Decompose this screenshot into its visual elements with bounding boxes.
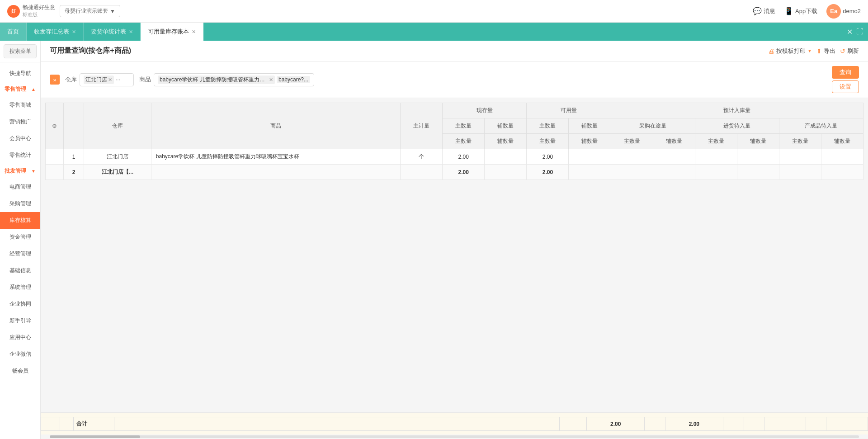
sidebar-item-enterprise[interactable]: 企业协同	[0, 296, 40, 312]
fullscreen-icon[interactable]: ⛶	[856, 28, 863, 36]
row1-pur-main	[611, 149, 653, 165]
message-action[interactable]: 💬 消息	[753, 7, 775, 15]
tab-orders[interactable]: 要货单统计表 ✕	[84, 23, 141, 41]
sidebar-item-new-guide[interactable]: 新手引导	[0, 312, 40, 329]
page-actions: 🖨 按模板打印 ▼ ⬆ 导出 ↺ 刷新	[768, 47, 859, 55]
message-icon: 💬	[753, 7, 762, 15]
search-menu-btn[interactable]: 搜索菜单	[4, 44, 37, 58]
filter-bar: » 仓库 江北门店 ✕ ··· 商品 babycare学饮杯 儿童防摔防撞吸管杯…	[41, 61, 868, 98]
tab-home[interactable]: 首页	[0, 23, 27, 41]
th-settings: ⚙	[46, 103, 64, 149]
product-input[interactable]: babycare学饮杯 儿童防摔防撞吸管杯重力球吸嘴杯宝宝水杯 ✕ babyca…	[154, 73, 314, 86]
export-action[interactable]: ⬆ 导出	[816, 47, 835, 55]
th-prod-main: 主数量	[779, 134, 821, 149]
row2-settings	[46, 165, 64, 180]
sidebar-item-operations[interactable]: 经营管理	[0, 245, 40, 262]
tab-receipts-close[interactable]: ✕	[72, 29, 76, 35]
row2-pur-aux	[653, 165, 695, 180]
sidebar-item-wholesale[interactable]: 批发管理 ▼	[0, 164, 40, 179]
store-selector[interactable]: 母婴行业演示账套 ▼	[60, 5, 120, 17]
warehouse-filter: 仓库 江北门店 ✕ ···	[65, 73, 134, 86]
sidebar-item-system[interactable]: 系统管理	[0, 279, 40, 296]
scrollbar-thumb[interactable]	[50, 435, 140, 438]
sidebar-item-member[interactable]: 会员中心	[0, 130, 40, 147]
sidebar-item-retail-mall[interactable]: 零售商城	[0, 97, 40, 113]
row1-unit: 个	[401, 149, 443, 165]
sidebar-item-system-label: 系统管理	[9, 283, 31, 291]
sidebar-item-app-center[interactable]: 应用中心	[0, 329, 40, 346]
row1-num: 1	[64, 149, 84, 165]
sidebar-item-purchase[interactable]: 采购管理	[0, 195, 40, 212]
warehouse-tag-value: 江北门店	[85, 76, 107, 84]
tab-right-actions: ✕ ⛶	[847, 23, 868, 41]
row2-inc-aux	[737, 165, 779, 180]
tab-receipts-label: 收发存汇总表	[34, 28, 69, 36]
print-icon: 🖨	[768, 47, 774, 55]
product-tag1-remove[interactable]: ✕	[269, 77, 273, 83]
sidebar-item-app-center-label: 应用中心	[9, 334, 31, 341]
th-product: 商品	[151, 103, 400, 149]
warehouse-tag-remove[interactable]: ✕	[108, 77, 112, 83]
tab-inventory-close[interactable]: ✕	[192, 29, 196, 35]
th-stock-aux: 辅数量	[485, 118, 527, 134]
row1-prod-aux	[821, 149, 863, 165]
sidebar-item-enterprise-wechat[interactable]: 企业微信	[0, 346, 40, 363]
row2-product	[151, 165, 400, 180]
warehouse-input[interactable]: 江北门店 ✕ ···	[80, 73, 134, 86]
sidebar-item-zero-retail[interactable]: 零售管理 ▲	[0, 82, 40, 97]
layout: 搜索菜单 快捷导航 零售管理 ▲ 零售商城 营销推广 会员中心 零售统计	[0, 41, 868, 439]
th-stock-main: 主数量	[443, 118, 485, 134]
row2-warehouse: 江北门店【...	[84, 165, 151, 180]
th-avail-aux: 辅数量	[569, 118, 611, 134]
print-action[interactable]: 🖨 按模板打印 ▼	[768, 47, 812, 55]
main-content: 可用量查询(按仓库+商品) 🖨 按模板打印 ▼ ⬆ 导出 ↺ 刷新	[41, 41, 868, 439]
close-all-tabs-icon[interactable]: ✕	[847, 28, 853, 36]
row2-prod-main	[779, 165, 821, 180]
tab-inventory-label: 可用量库存账本	[148, 28, 189, 36]
sidebar-item-finance[interactable]: 资金管理	[0, 229, 40, 245]
avatar-initials: Ea	[830, 8, 837, 14]
logo-sub: 标准版	[23, 11, 55, 18]
sidebar: 搜索菜单 快捷导航 零售管理 ▲ 零售商城 营销推广 会员中心 零售统计	[0, 41, 41, 439]
sidebar-item-operations-label: 经营管理	[9, 250, 31, 258]
expand-filter-btn[interactable]: »	[50, 75, 60, 85]
tab-inventory[interactable]: 可用量库存账本 ✕	[141, 23, 203, 41]
sidebar-search: 搜索菜单	[0, 41, 40, 62]
sidebar-item-marketing-label: 营销推广	[9, 118, 31, 126]
horizontal-scrollbar[interactable]	[41, 434, 868, 439]
settings-btn[interactable]: 设置	[832, 80, 859, 93]
th-avail-aux2: 辅数量	[569, 134, 611, 149]
query-btn[interactable]: 查询	[832, 66, 859, 79]
sidebar-item-ecommerce[interactable]: 电商管理	[0, 179, 40, 195]
row1-stock-main: 2.00	[443, 149, 485, 165]
avatar: Ea	[826, 4, 841, 19]
dropdown-arrow-icon: ▼	[110, 8, 115, 14]
app-download-action[interactable]: 📱 App下载	[784, 7, 817, 15]
th-production: 产成品待入量	[779, 118, 863, 134]
app-download-label: App下载	[795, 7, 817, 15]
tab-receipts[interactable]: 收发存汇总表 ✕	[27, 23, 84, 41]
user-profile[interactable]: Ea demo2	[826, 4, 861, 19]
th-incoming: 进货待入量	[695, 118, 779, 134]
th-row-num	[64, 103, 84, 149]
sidebar-item-marketing[interactable]: 营销推广	[0, 113, 40, 130]
product-filter: 商品 babycare学饮杯 儿童防摔防撞吸管杯重力球吸嘴杯宝宝水杯 ✕ bab…	[139, 73, 314, 86]
tab-orders-close[interactable]: ✕	[129, 29, 133, 35]
row2-avail-main: 2.00	[527, 165, 569, 180]
product-tag2: babycare?...	[277, 76, 310, 83]
row2-pur-main	[611, 165, 653, 180]
sidebar-item-member2[interactable]: 畅会员	[0, 363, 40, 379]
gear-icon[interactable]: ⚙	[52, 123, 57, 129]
footer-total-table: 合计 2.00 2.00	[41, 417, 868, 431]
product-tag1: babycare学饮杯 儿童防摔防撞吸管杯重力球吸嘴杯宝宝水杯 ✕	[158, 76, 275, 84]
sidebar-item-inventory-check[interactable]: 库存核算	[0, 212, 40, 229]
footer-avail-main: 2.00	[665, 417, 723, 431]
tab-orders-label: 要货单统计表	[91, 28, 126, 36]
th-avail-main: 主数量	[527, 118, 569, 134]
refresh-action[interactable]: ↺ 刷新	[840, 47, 859, 55]
sidebar-item-basic-info[interactable]: 基础信息	[0, 262, 40, 279]
filter-actions: 查询 设置	[832, 66, 859, 93]
sidebar-item-retail-stats[interactable]: 零售统计	[0, 147, 40, 164]
warehouse-label: 仓库	[65, 76, 77, 84]
th-purchase-transit: 采购在途量	[611, 118, 695, 134]
